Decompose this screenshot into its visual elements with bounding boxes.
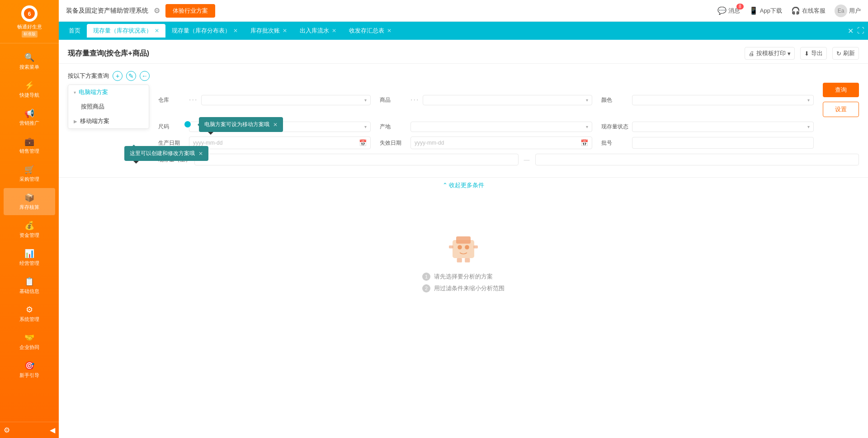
sidebar-item-guide[interactable]: 🎯 新手引导 — [4, 356, 55, 383]
origin-label: 产地 — [380, 123, 407, 131]
tooltip1-text: 电脑方案可设为移动方案哦 — [204, 121, 269, 128]
print-button[interactable]: 🖨 按模板打印 ▾ — [745, 47, 795, 60]
guide-icon: 🎯 — [24, 361, 34, 371]
warehouse-select[interactable]: ▾ — [201, 95, 371, 105]
sidebar-item-cooperation[interactable]: 🤝 企业协同 — [4, 328, 55, 355]
tab-stock-dist-close[interactable]: ✕ — [233, 28, 238, 34]
tab-flow-close[interactable]: ✕ — [332, 28, 336, 34]
export-button[interactable]: ⬇ 导出 — [800, 47, 827, 60]
topbar: 装备及固定资产辅助管理系统 ⚙ 体验行业方案 💬 消息 8 📱 App下载 🎧 … — [59, 0, 868, 22]
print-label: 按模板打印 — [756, 49, 786, 57]
message-badge: 8 — [736, 4, 744, 9]
sidebar-item-inventory[interactable]: 📦 库存核算 — [4, 188, 55, 215]
tab-summary-close[interactable]: ✕ — [387, 28, 392, 34]
batch-input[interactable] — [632, 137, 814, 149]
tab-batch-close[interactable]: ✕ — [283, 28, 287, 34]
tab-batch[interactable]: 库存批次账 ✕ — [244, 24, 293, 38]
tab-fullscreen-icon[interactable]: ⛶ — [857, 27, 864, 35]
tooltip2-close[interactable]: ✕ — [198, 151, 203, 157]
collapse-icon[interactable]: ◀ — [50, 426, 55, 434]
empty-illustration — [441, 229, 486, 265]
sidebar-item-nav[interactable]: ⚡ 快捷导航 — [4, 76, 55, 103]
tooltip2-text: 这里可以创建和修改方案哦 — [130, 150, 195, 157]
purchase-icon: 🛒 — [24, 165, 34, 174]
collapse-label: 收起更多条件 — [449, 182, 484, 188]
expire-date-field: 失效日期 yyyy-mm-dd 📅 — [380, 137, 592, 149]
scheme-item-goods[interactable]: 按照商品 — [68, 99, 149, 114]
inventory-icon: 📦 — [24, 193, 34, 203]
collapse-bar[interactable]: ⌃ 收起更多条件 — [59, 177, 868, 193]
sidebar-item-marketing[interactable]: 📢 营销推广 — [4, 104, 55, 131]
tab-close-all-icon[interactable]: ✕ — [848, 27, 854, 35]
arrow-scheme-button[interactable]: ← — [140, 71, 150, 81]
sidebar-label-system: 系统管理 — [19, 316, 39, 323]
tab-stock-status[interactable]: 现存量（库存状况表） ✕ — [87, 24, 165, 38]
logo-icon: 6 — [21, 5, 38, 22]
produce-date-input[interactable]: yyyy-mm-dd 📅 — [189, 137, 371, 149]
stock-main-max-input[interactable] — [535, 154, 859, 165]
tab-stock-status-close[interactable]: ✕ — [155, 28, 159, 34]
settings-icon[interactable]: ⚙ — [4, 426, 10, 434]
sidebar-item-search[interactable]: 🔍 搜索菜单 — [4, 48, 55, 75]
avatar: Ea — [835, 5, 847, 17]
size-label: 尺码 — [158, 123, 185, 131]
sidebar-item-purchase[interactable]: 🛒 采购管理 — [4, 160, 55, 187]
message-action[interactable]: 💬 消息 8 — [717, 6, 740, 15]
sidebar-item-management[interactable]: 📊 经营管理 — [4, 244, 55, 271]
sidebar-item-finance[interactable]: 💰 资金管理 — [4, 216, 55, 243]
tab-home[interactable]: 首页 — [62, 24, 87, 38]
filter-row4: 现存量（主） — — [158, 154, 859, 165]
empty-state: 1 请先选择要分析的方案 2 用过滤条件来缩小分析范围 — [59, 193, 868, 329]
svg-rect-3 — [456, 236, 471, 244]
export-icon: ⬇ — [804, 50, 809, 57]
refresh-button[interactable]: ↻ 刷新 — [832, 47, 859, 60]
system-icon: ⚙ — [26, 305, 33, 315]
page-actions: 🖨 按模板打印 ▾ ⬇ 导出 ↻ 刷新 — [745, 47, 859, 60]
scheme-item-pc[interactable]: ▾ 电脑端方案 — [68, 85, 149, 99]
app-download-action[interactable]: 📱 App下载 — [749, 6, 782, 15]
search-button[interactable]: 查询 — [823, 83, 859, 97]
user-action[interactable]: Ea 用户 — [835, 5, 861, 17]
sidebar-item-system[interactable]: ⚙ 系统管理 — [4, 300, 55, 327]
tip1-num: 1 — [422, 273, 430, 281]
svg-text:6: 6 — [28, 11, 31, 17]
goods-select[interactable]: ▾ — [423, 95, 592, 105]
logo-tag: 标准版 — [22, 31, 38, 38]
scheme-item-mobile[interactable]: ▶ 移动端方案 — [68, 114, 149, 128]
tab-summary[interactable]: 收发存汇总表 ✕ — [343, 24, 398, 38]
cooperation-icon: 🤝 — [24, 333, 34, 343]
tab-stock-dist[interactable]: 现存量（库存分布表） ✕ — [165, 24, 244, 38]
add-scheme-button[interactable]: + — [113, 71, 123, 81]
finance-icon: 💰 — [24, 221, 34, 231]
tip2-num: 2 — [422, 284, 430, 292]
sidebar-item-basic[interactable]: 📋 基础信息 — [4, 272, 55, 299]
filter-header-row: 按以下方案查询 + ✎ ← — [68, 71, 859, 81]
app-download-label: App下载 — [760, 7, 782, 15]
stock-status-select[interactable]: ▾ — [632, 122, 814, 132]
tab-flow-label: 出入库流水 — [300, 27, 329, 35]
reset-button[interactable]: 设置 — [823, 102, 859, 117]
stock-range-sep: — — [522, 156, 532, 163]
color-select[interactable]: ▾ — [632, 95, 814, 105]
filter-row3: 生产日期 yyyy-mm-dd 📅 失效日期 yyyy-mm-dd 📅 — [158, 137, 859, 149]
svg-point-4 — [458, 245, 462, 250]
edit-scheme-button[interactable]: ✎ — [126, 71, 136, 81]
tab-flow[interactable]: 出入库流水 ✕ — [293, 24, 343, 38]
color-field: 颜色 ▾ — [601, 95, 814, 105]
tip2-text: 用过滤条件来缩小分析范围 — [434, 284, 505, 292]
online-service-action[interactable]: 🎧 在线客服 — [791, 6, 826, 15]
origin-select[interactable]: ▾ — [410, 122, 592, 132]
service-icon: 🎧 — [791, 6, 800, 15]
expire-date-input[interactable]: yyyy-mm-dd 📅 — [410, 137, 592, 149]
topbar-gear-icon[interactable]: ⚙ — [154, 6, 160, 15]
stock-main-min-input[interactable] — [194, 154, 519, 165]
user-label: 用户 — [849, 7, 861, 15]
scheme-arrow-mobile: ▶ — [74, 119, 77, 124]
page-title: 现存量查询(按仓库+商品) — [68, 49, 149, 58]
tooltip1-close[interactable]: ✕ — [273, 122, 278, 128]
sidebar-item-sales[interactable]: 💼 销售管理 — [4, 132, 55, 159]
tab-summary-label: 收发存汇总表 — [349, 27, 384, 35]
industry-plan-button[interactable]: 体验行业方案 — [165, 4, 215, 18]
sidebar-nav: 🔍 搜索菜单 ⚡ 快捷导航 📢 营销推广 💼 销售管理 🛒 采购管理 📦 库存核… — [0, 43, 59, 422]
sidebar-label-inventory: 库存核算 — [19, 204, 39, 211]
